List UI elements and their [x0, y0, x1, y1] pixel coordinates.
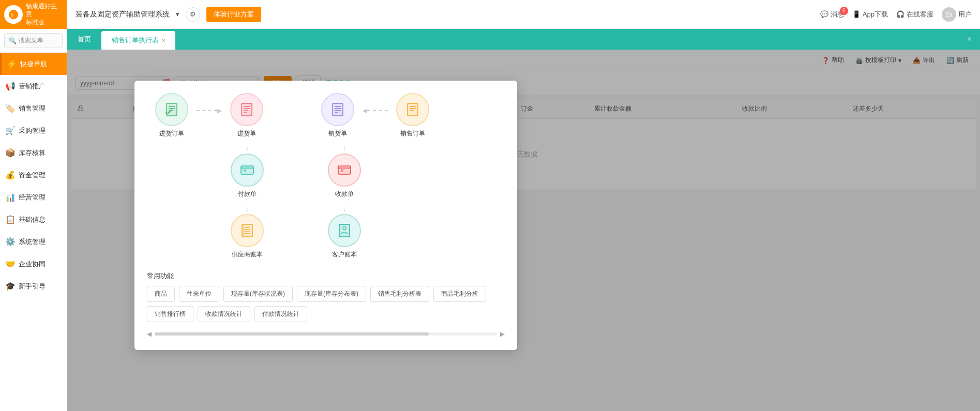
tab-home[interactable]: 首页 — [67, 29, 101, 50]
finance-icon: 💰 — [5, 170, 14, 180]
arrow-down-payment: ↓ — [246, 144, 249, 151]
flow-node-purchase-order[interactable]: 进货订单 — [155, 93, 188, 138]
flow-node-purchase-bill[interactable]: 进货单 — [230, 93, 263, 138]
sidebar-logo: 6 畅康通好生意 标准版 — [0, 0, 67, 29]
search-icon: 🔍 — [9, 37, 17, 44]
inventory-icon: 📦 — [5, 148, 14, 158]
app-download-button[interactable]: 📱 App下载 — [852, 10, 888, 19]
sidebar-item-operation[interactable]: 📊 经营管理 — [0, 186, 67, 208]
customer-account-icon — [328, 214, 361, 247]
topbar-right: 💬 6 消息 📱 App下载 🎧 在线客服 Ea 用户 — [820, 7, 972, 22]
flow-node-sales-order[interactable]: 销售订单 — [396, 93, 429, 138]
scrollbar-track — [155, 332, 497, 336]
flow-node-customer-account[interactable]: 客户账本 — [328, 214, 361, 259]
svg-rect-7 — [242, 103, 252, 116]
message-button[interactable]: 💬 6 消息 — [820, 10, 844, 19]
sales-icon: 🏷️ — [5, 103, 14, 113]
svg-rect-28 — [338, 166, 351, 174]
sidebar-search-area: 🔍 搜索菜单 — [0, 29, 67, 53]
main-area: 装备及固定资产辅助管理系统 ▾ ⚙ 体验行业方案 💬 6 消息 📱 App下载 — [67, 0, 980, 411]
flow-node-sales-bill[interactable]: 销货单 — [321, 93, 354, 138]
message-icon: 💬 — [820, 10, 828, 18]
common-btn-sales-profit[interactable]: 销售毛利分析表 — [370, 286, 429, 302]
flow-node-receipt[interactable]: ¥ 收款单 — [328, 154, 361, 199]
svg-text:¥: ¥ — [340, 168, 344, 173]
modal-scrollbar: ◀ ▶ — [147, 330, 505, 338]
tab-close-button[interactable]: × — [162, 37, 165, 43]
arrow-sales-left: ▶ — [363, 107, 388, 114]
sidebar: 6 畅康通好生意 标准版 🔍 搜索菜单 ⚡ 快捷导航 📢 营销推广 🏷 — [0, 0, 67, 411]
sidebar-item-system[interactable]: ⚙️ 系统管理 — [0, 231, 67, 253]
purchase-icon: 🛒 — [5, 126, 14, 135]
arrow-purchase: ▶ — [197, 107, 222, 114]
sales-order-icon — [396, 93, 429, 126]
sidebar-item-finance[interactable]: 💰 资金管理 — [0, 164, 67, 186]
svg-point-0 — [9, 10, 18, 19]
flow-diagram: 进货订单 ▶ — [147, 93, 505, 259]
quick-icon: ⚡ — [7, 59, 16, 69]
svg-rect-13 — [333, 103, 343, 116]
supplier-account-icon — [231, 214, 264, 247]
system-dropdown[interactable]: ▾ — [176, 10, 179, 18]
common-btn-stock-status[interactable]: 现存量(库存状况表) — [223, 286, 293, 302]
user-button[interactable]: Ea 用户 — [942, 7, 972, 22]
tab-sales-order[interactable]: 销售订单执行表 × — [101, 31, 175, 50]
common-functions-section: 常用功能 商品 往来单位 现存量(库存状况表) 现存量(库存分布表) 销售毛利分… — [147, 271, 505, 322]
arrow-down-receipt: ↓ — [343, 144, 346, 151]
sidebar-item-collab[interactable]: 🤝 企业协同 — [0, 253, 67, 275]
avatar: Ea — [942, 7, 956, 22]
logo-icon: 6 — [4, 5, 23, 24]
common-btn-receipt-stats[interactable]: 收款情况统计 — [198, 306, 250, 322]
sidebar-item-inventory[interactable]: 📦 库存核算 — [0, 142, 67, 164]
newbie-icon: 🎓 — [5, 281, 14, 291]
settings-button[interactable]: ⚙ — [186, 7, 200, 22]
arrow-down-supplier: ↓ — [246, 205, 249, 212]
common-btn-product-profit[interactable]: 商品毛利分析 — [433, 286, 486, 302]
collab-icon: 🤝 — [5, 259, 14, 269]
sidebar-item-marketing[interactable]: 📢 营销推广 — [0, 75, 67, 97]
marketing-icon: 📢 — [5, 81, 14, 91]
common-buttons-row1: 商品 往来单位 现存量(库存状况表) 现存量(库存分布表) 销售毛利分析表 商品… — [147, 286, 505, 302]
sidebar-nav: ⚡ 快捷导航 📢 营销推广 🏷️ 销售管理 🛒 采购管理 📦 库存核算 💰 — [0, 53, 67, 411]
scrollbar-thumb[interactable] — [155, 332, 429, 336]
svg-rect-24 — [241, 166, 253, 174]
sidebar-item-quick[interactable]: ⚡ 快捷导航 — [0, 53, 67, 75]
common-buttons-row2: 销售排行榜 收款情况统计 付款情况统计 — [147, 306, 505, 322]
common-btn-payment-stats[interactable]: 付款情况统计 — [254, 306, 307, 322]
online-service-button[interactable]: 🎧 在线客服 — [896, 10, 933, 19]
payment-icon: ¥ — [231, 154, 264, 187]
sidebar-item-sales[interactable]: 🏷️ 销售管理 — [0, 97, 67, 119]
flow-node-payment[interactable]: ¥ 付款单 — [231, 154, 264, 199]
system-icon: ⚙️ — [5, 237, 14, 247]
content-area: ❓ 帮助 🖨️ 按模板打印 ▾ 📤 导出 � — [67, 50, 980, 411]
close-all-tabs-button[interactable]: × — [967, 35, 980, 44]
trial-button[interactable]: 体验行业方案 — [206, 7, 261, 22]
purchase-bill-icon — [230, 93, 263, 126]
common-btn-stock-dist[interactable]: 现存量(库存分布表) — [297, 286, 366, 302]
sidebar-item-newbie[interactable]: 🎓 新手引导 — [0, 275, 67, 297]
gear-icon: ⚙ — [190, 10, 196, 18]
quick-guide-modal: 进货订单 ▶ — [134, 81, 517, 350]
common-functions-title: 常用功能 — [147, 271, 505, 281]
flow-node-supplier-account[interactable]: 供应商账本 — [231, 214, 264, 259]
tabbar: 首页 销售订单执行表 × × — [67, 29, 980, 50]
search-menu-button[interactable]: 🔍 搜索菜单 — [4, 33, 63, 48]
sidebar-item-basic[interactable]: 📋 基础信息 — [0, 208, 67, 231]
app-icon: 📱 — [852, 10, 861, 18]
receipt-icon: ¥ — [328, 154, 361, 187]
logo-text: 畅康通好生意 标准版 — [26, 3, 63, 27]
scroll-left-button[interactable]: ◀ — [147, 330, 152, 338]
system-title: 装备及固定资产辅助管理系统 — [76, 10, 170, 19]
common-btn-contacts[interactable]: 往来单位 — [179, 286, 219, 302]
topbar: 装备及固定资产辅助管理系统 ▾ ⚙ 体验行业方案 💬 6 消息 📱 App下载 — [67, 0, 980, 29]
purchase-order-icon — [155, 93, 188, 126]
service-icon: 🎧 — [896, 10, 904, 18]
common-btn-product[interactable]: 商品 — [147, 286, 175, 302]
modal-overlay[interactable]: 进货订单 ▶ — [67, 50, 980, 411]
operation-icon: 📊 — [5, 192, 14, 202]
scroll-right-button[interactable]: ▶ — [500, 330, 505, 338]
basic-icon: 📋 — [5, 215, 14, 224]
common-btn-sales-rank[interactable]: 销售排行榜 — [147, 306, 193, 322]
svg-rect-19 — [408, 103, 418, 116]
sidebar-item-purchase[interactable]: 🛒 采购管理 — [0, 119, 67, 142]
